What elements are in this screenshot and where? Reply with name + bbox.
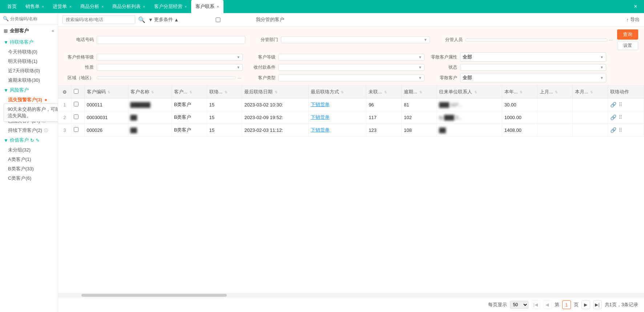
window-close-button[interactable]: × [630, 1, 641, 12]
payment-field: 收付款条件 ▼ [246, 64, 424, 71]
action-link-icon-2[interactable]: 🔗 [610, 127, 616, 133]
select-all-checkbox[interactable] [74, 89, 79, 94]
last-method-sort-icon: ⇅ [341, 90, 344, 94]
payment-select[interactable]: ▼ [278, 64, 424, 71]
row-check-0[interactable] [74, 102, 79, 106]
sidebar-group-value[interactable]: ▼ 价值客户 ↻ ✎ [0, 135, 58, 145]
row-last-date-1: 2023-02-09 19:52: [242, 111, 308, 124]
retail-customer-field: 零散客户 全部 ▼ [427, 73, 606, 82]
nav-customer-segment[interactable]: 客户分层经营 × [150, 0, 191, 13]
sidebar-item-declining[interactable]: 持续下滑客户(2) ⓘ [0, 126, 58, 135]
top-nav: 首页 销售单 × 进货单 × 商品分析 × 商品分析列表 × 客户分层经营 × … [0, 0, 644, 13]
value-refresh-icon[interactable]: ↻ [30, 138, 34, 143]
action-more-icon-0[interactable]: ⠿ [619, 102, 622, 108]
nav-analysis-list-close[interactable]: × [143, 4, 145, 9]
last-page-button[interactable]: ▶| [593, 300, 602, 309]
customer-type-field: 客户类型 ▼ [246, 74, 424, 81]
row-uncontacted-2: 123 [366, 124, 402, 137]
nav-analysis-close[interactable]: × [101, 4, 104, 9]
filter-arrow-icon: ▲ [174, 17, 179, 23]
filter-row-2: 客户价格等级 ▼ 客户等级 ▼ 零散客户属性 全部 [64, 52, 638, 62]
sidebar-item-tomorrow[interactable]: 明天待联络(1) [0, 57, 58, 66]
retail-customer-value: 全部 [463, 74, 472, 81]
sidebar-search-input[interactable] [10, 16, 58, 21]
sidebar-item-class-a[interactable]: A类客户(1) [0, 155, 58, 164]
settings-button[interactable]: 设置 [617, 41, 638, 50]
dept-select[interactable]: ▼ [281, 36, 430, 43]
filter-bar: 🔍 ▼ 更多条件 ▲ 我分管的客户 ↑ 导出 [58, 13, 644, 27]
horizontal-scrollbar[interactable] [58, 293, 644, 297]
sidebar-group-risk[interactable]: ▼ 风险客户 [0, 85, 58, 95]
first-page-button[interactable]: |◀ [531, 300, 540, 309]
filter-more-conditions[interactable]: ▼ 更多条件 ▲ [148, 16, 179, 23]
sidebar-all-customers[interactable]: ⊞ 全部客户 « [0, 25, 58, 37]
filter-row-1: 电话号码 分管部门 ▼ 分管人员 ··· [64, 29, 638, 50]
code-sort-icon: ⇅ [108, 90, 110, 94]
nav-purchase[interactable]: 进货单 × [48, 0, 76, 13]
row-method-link-1[interactable]: 下销货单 [311, 114, 330, 120]
nav-customer-contact-close[interactable]: × [217, 4, 219, 9]
sidebar-item-class-c[interactable]: C类客户(6) [0, 174, 58, 183]
nav-customer-contact[interactable]: 客户联系 × [191, 0, 223, 13]
customer-type-select[interactable]: ▼ [278, 74, 424, 81]
next-page-button[interactable]: ▶ [581, 300, 590, 309]
sidebar-item-today[interactable]: 今天待联络(0) [0, 47, 58, 57]
per-page-select[interactable]: 50 100 200 [510, 301, 528, 309]
pending-group-label: 待联络客户 [10, 39, 33, 45]
nav-home[interactable]: 首页 [3, 0, 21, 13]
prev-page-button[interactable]: ◀ [543, 300, 552, 309]
query-button[interactable]: 查询 [617, 29, 638, 40]
manager-dots[interactable]: ··· [607, 37, 614, 42]
action-more-icon-2[interactable]: ⠿ [619, 127, 622, 133]
region-dots[interactable]: ··· [236, 75, 243, 81]
search-input[interactable] [63, 15, 135, 24]
customer-level-select[interactable]: ▼ [278, 54, 424, 61]
nav-analysis[interactable]: 商品分析 × [76, 0, 108, 13]
nav-sales[interactable]: 销售单 × [21, 0, 48, 13]
sidebar-item-week[interactable]: 近7天待联络(0) [0, 66, 58, 76]
col-action: 联络动作 [608, 86, 644, 98]
status-select[interactable]: ▼ [460, 64, 606, 71]
my-customers-checkbox[interactable] [182, 17, 254, 22]
action-more-icon-1[interactable]: ⠿ [619, 114, 622, 120]
nature-select[interactable]: ▼ [97, 64, 243, 71]
search-button[interactable]: 🔍 [138, 16, 145, 23]
sidebar-group-pending[interactable]: ▼ 待联络客户 [0, 37, 58, 47]
retail-attr-select[interactable]: 全部 ▼ [460, 52, 606, 62]
sidebar-collapse-btn[interactable]: « [52, 28, 54, 33]
nav-customer-segment-close[interactable]: × [185, 4, 187, 9]
nav-purchase-close[interactable]: × [69, 4, 71, 9]
filter-row-3: 性质 ▼ 收付款条件 ▼ 状态 [64, 64, 638, 71]
sidebar-item-overdue[interactable]: 逾期未联络(30) [0, 76, 58, 85]
nav-sales-close[interactable]: × [42, 4, 44, 9]
price-level-select[interactable]: ▼ [97, 54, 243, 61]
action-link-icon-1[interactable]: 🔗 [610, 114, 616, 120]
row-contact-1: 15 [207, 111, 242, 124]
action-link-icon-0[interactable]: 🔗 [610, 102, 616, 108]
region-select[interactable] [97, 76, 236, 79]
row-check-2[interactable] [74, 127, 79, 132]
row-code-2: 000026 [84, 124, 128, 137]
export-button[interactable]: ↑ 导出 [627, 16, 640, 23]
row-contact2-1: fy ███ 3... [437, 111, 502, 124]
row-checkbox-0 [71, 98, 84, 111]
table-row: 3 000026 ██ B类客户 15 2023-02-03 11:12: 下销… [58, 124, 644, 137]
row-last-date-0: 2023-03-02 10:30: [242, 98, 308, 111]
row-contact2-0: ███ 107... [437, 98, 502, 111]
row-method-link-0[interactable]: 下销货单 [311, 102, 330, 107]
row-check-1[interactable] [74, 114, 79, 119]
advanced-filter-panel: 电话号码 分管部门 ▼ 分管人员 ··· [58, 27, 644, 86]
retail-customer-select[interactable]: 全部 ▼ [460, 73, 606, 82]
row-method-link-2[interactable]: 下销货单 [311, 127, 330, 133]
manager-select[interactable] [466, 39, 607, 41]
sidebar-item-ungrouped[interactable]: 未分组(32) [0, 145, 58, 155]
nav-analysis-list[interactable]: 商品分析列表 × [108, 0, 149, 13]
col-settings[interactable]: ⚙ [58, 86, 71, 98]
phone-input[interactable] [97, 36, 245, 44]
row-last-method-2: 下销货单 [308, 124, 366, 137]
value-edit-icon[interactable]: ✎ [36, 138, 40, 143]
sidebar-item-class-b[interactable]: B类客户(33) [0, 164, 58, 174]
row-uncontacted-0: 96 [366, 98, 402, 111]
contact2-sort-icon: ⇅ [474, 90, 477, 94]
scrollbar-thumb[interactable] [81, 294, 227, 297]
